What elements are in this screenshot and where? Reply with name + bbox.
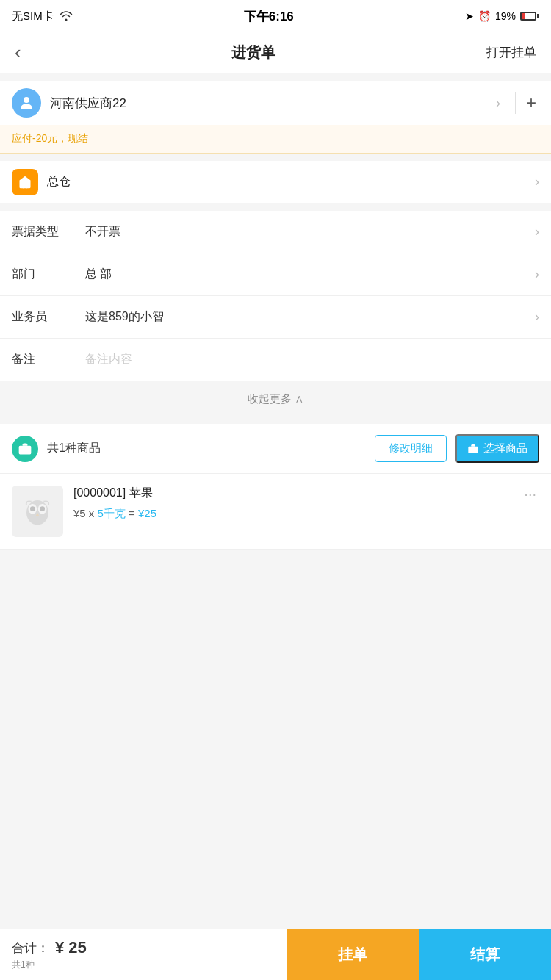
salesman-row[interactable]: 业务员 这是859的小智 › [0,296,551,339]
gap-4 [0,417,551,424]
supplier-avatar [12,88,41,118]
status-left: 无SIM卡 [12,10,73,24]
products-header: 共1种商品 修改明细 选择商品 [0,424,551,474]
battery-icon [520,12,539,21]
warehouse-chevron-icon: › [535,174,539,190]
invoice-chevron-icon: › [535,224,539,239]
warehouse-name: 总仓 [47,174,535,190]
supplier-divider [515,92,516,114]
page-title: 进货单 [231,43,276,62]
dept-label: 部门 [12,267,71,282]
edit-details-button[interactable]: 修改明细 [375,435,447,462]
nav-bar: ‹ 进货单 打开挂单 [0,32,551,73]
product-price: ¥5 x 5千克 = ¥25 [73,507,511,521]
warehouse-row[interactable]: 总仓 › [0,161,551,203]
dept-row[interactable]: 部门 总 部 › [0,253,551,296]
invoice-label: 票据类型 [12,224,71,239]
footer-spacer [0,550,551,601]
wifi-icon [60,10,73,23]
supplier-chevron-icon: › [496,96,500,111]
total-amount: ¥ 25 [55,938,87,957]
add-button[interactable]: + [523,93,539,113]
select-product-button[interactable]: 选择商品 [455,434,539,463]
svg-point-0 [24,97,29,103]
total-label-text: 合计： [12,940,49,956]
product-more-button[interactable]: ··· [521,486,539,502]
gap-2 [0,154,551,161]
status-time: 下午6:16 [244,8,294,25]
product-icon [12,436,38,462]
total-count: 共1种 [12,959,275,971]
open-hang-button[interactable]: 打开挂单 [486,44,536,61]
invoice-value: 不开票 [85,224,535,239]
product-count: 共1种商品 [47,441,366,456]
dept-chevron-icon: › [535,267,539,282]
salesman-chevron-icon: › [535,309,539,325]
status-right: ➤ ⏰ 19% [465,10,539,22]
dept-value: 总 部 [85,267,535,282]
remark-row[interactable]: 备注 备注内容 [0,339,551,381]
checkout-button[interactable]: 结算 [419,929,551,981]
product-info: [0000001] 苹果 ¥5 x 5千克 = ¥25 [73,486,511,521]
gap-3 [0,203,551,211]
total-label-row: 合计： ¥ 25 [12,938,275,957]
warehouse-icon [12,169,38,195]
remark-label: 备注 [12,352,71,367]
alarm-icon: ⏰ [478,10,491,22]
status-bar: 无SIM卡 下午6:16 ➤ ⏰ 19% [0,0,551,32]
remark-value: 备注内容 [85,352,539,367]
collapse-more-label: 收起更多 ∧ [248,392,303,406]
svg-rect-1 [19,445,32,454]
invoice-type-row[interactable]: 票据类型 不开票 › [0,211,551,253]
supplier-name: 河南供应商22 [50,95,496,112]
payment-note: 应付-20元，现结 [0,125,551,154]
product-name: [0000001] 苹果 [73,486,511,501]
salesman-label: 业务员 [12,309,71,325]
location-icon: ➤ [465,10,474,22]
battery-pct: 19% [495,10,516,22]
product-item: [0000001] 苹果 ¥5 x 5千克 = ¥25 ··· [0,474,551,550]
supplier-section[interactable]: 河南供应商22 › + [0,81,551,125]
product-thumbnail [12,486,63,537]
carrier-text: 无SIM卡 [12,10,54,24]
collapse-more-button[interactable]: 收起更多 ∧ [0,381,551,417]
total-section: 合计： ¥ 25 共1种 [0,938,287,971]
back-button[interactable]: ‹ [15,41,21,64]
svg-point-9 [40,506,45,511]
hang-button[interactable]: 挂单 [287,929,419,981]
svg-point-8 [30,506,35,511]
bottom-bar: 合计： ¥ 25 共1种 挂单 结算 [0,929,551,980]
gap-1 [0,73,551,81]
select-product-label: 选择商品 [483,442,527,455]
salesman-value: 这是859的小智 [85,309,535,325]
